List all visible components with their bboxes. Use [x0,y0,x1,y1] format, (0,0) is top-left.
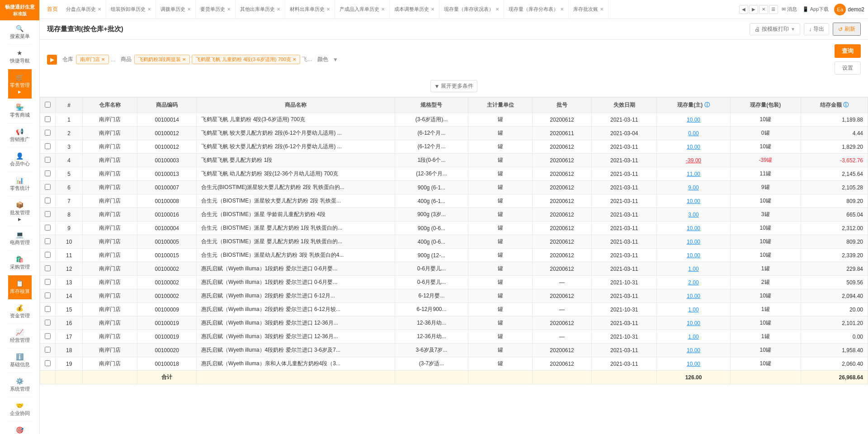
stock-link-4[interactable]: 11.00 [687,171,700,177]
tab-close-2[interactable]: ✕ [187,7,191,12]
stock-link-15[interactable]: 10.00 [687,320,700,326]
topbar-tab-1[interactable]: 组装拆卸单历史✕ [106,0,156,19]
topbar-tab-6[interactable]: 产成品入库单历史✕ [335,0,390,19]
stock-link-7[interactable]: 3.00 [688,212,698,218]
sidebar-item-搜索菜单[interactable]: 🔍搜索菜单 [8,20,32,45]
tab-close-7[interactable]: ✕ [431,7,434,12]
warehouse-tag[interactable]: 南岸门店 ✕ [76,55,109,64]
row-checkbox-4[interactable] [45,170,51,176]
tab-close-9[interactable]: ✕ [560,7,564,12]
sidebar-item-零售统计[interactable]: 📊零售统计 [8,172,32,197]
stock-link-13[interactable]: 10.00 [687,293,700,299]
color-dropdown-arrow[interactable]: ▼ [333,57,338,63]
tab-close-5[interactable]: ✕ [326,7,330,12]
tab-close-3[interactable]: ✕ [227,7,231,12]
tab-close-10[interactable]: ✕ [600,7,604,12]
sidebar-item-会员中心[interactable]: 👤会员中心 [8,148,32,172]
sidebar-item-基础信息[interactable]: ℹ️基础信息 [8,349,32,373]
row-checkbox-5[interactable] [45,184,51,190]
product-tag-1[interactable]: 飞鹤星飞帆 儿童奶粉 4段(3-6岁适用) 700克✕ [192,55,300,64]
sidebar-item-企业协同[interactable]: 🤝企业协同 [8,397,32,422]
stock-link-3[interactable]: -39.00 [686,157,701,164]
topbar-tab-7[interactable]: 成本调整单历史✕ [390,0,439,19]
stock-link-1[interactable]: 0.00 [688,130,698,137]
row-checkbox-9[interactable] [45,238,51,244]
tab-menu-arrow[interactable]: ☰ [769,5,778,14]
topbar-tab-5[interactable]: 材料出库单历史✕ [285,0,335,19]
export-btn[interactable]: ↓ 导出 [804,23,829,35]
sidebar-item-系统管理[interactable]: ⚙️系统管理 [8,373,32,397]
stock-link-0[interactable]: 10.00 [687,117,700,123]
tab-close-4[interactable]: ✕ [277,7,280,12]
row-checkbox-15[interactable] [45,320,51,326]
stock-link-2[interactable]: 10.00 [687,144,700,150]
tab-close-6[interactable]: ✕ [381,7,385,12]
stock-link-18[interactable]: 10.00 [687,361,700,367]
product-tag-0[interactable]: 飞鹤奶粉3段两提装✕ [134,55,190,64]
row-checkbox-13[interactable] [45,292,51,298]
sidebar-item-零售商城[interactable]: 🏪零售商城 [8,99,32,123]
sidebar-item-批发管理[interactable]: 📦批发管理▶ [8,197,32,226]
topbar-tab-4[interactable]: 其他出库单历史✕ [236,0,285,19]
sidebar-item-快捷导航[interactable]: ★快捷导航 [8,45,32,69]
tab-close-0[interactable]: ✕ [98,7,101,12]
sidebar-item-营销推广[interactable]: 📢营销推广 [8,123,32,148]
stock-link-10[interactable]: 10.00 [687,252,700,259]
scroll-container[interactable]: #仓库名称商品编码商品名称规格型号主计量单位批号失效日期现存量(主) ⓘ现存量(… [40,97,868,434]
warehouse-tag-close[interactable]: ✕ [101,57,105,62]
refresh-btn[interactable]: ↺ 刷新 [833,23,861,36]
stock-link-9[interactable]: 10.00 [687,239,700,245]
row-checkbox-3[interactable] [45,157,51,163]
sidebar-item-经营管理[interactable]: 📈经营管理 [8,324,32,349]
app-download-btn[interactable]: 📱 App下载 [802,6,829,13]
topbar-tab-8[interactable]: 现存量（库存状况表）✕ [439,0,504,19]
row-checkbox-8[interactable] [45,225,51,231]
sidebar-item-资金管理[interactable]: 💰资金管理 [8,300,32,324]
product-tag-close-1[interactable]: ✕ [292,57,296,62]
topbar-tab-0[interactable]: 分盘点单历史✕ [61,0,106,19]
row-checkbox-18[interactable] [45,360,51,366]
row-checkbox-14[interactable] [45,306,51,312]
row-checkbox-0[interactable] [45,116,51,122]
row-checkbox-17[interactable] [45,347,51,353]
sidebar-item-新手引导[interactable]: 🎯新手引导 [8,422,32,434]
row-checkbox-2[interactable] [45,143,51,149]
stock-link-11[interactable]: 1.00 [688,266,698,272]
select-all-checkbox[interactable] [45,102,51,108]
tab-close-8[interactable]: ✕ [495,7,499,12]
sidebar-item-采购管理[interactable]: 🛍️采购管理 [8,251,32,275]
stock-link-8[interactable]: 10.00 [687,225,700,231]
product-tag-close-0[interactable]: ✕ [182,57,186,62]
message-btn[interactable]: ✉ 消息 [782,6,797,13]
topbar-tab-9[interactable]: 现存量（库存分布表）✕ [504,0,569,19]
row-checkbox-1[interactable] [45,130,51,136]
sidebar-item-库存核算[interactable]: 📋库存核算 [8,275,32,300]
stock-link-5[interactable]: 9.00 [688,184,698,191]
row-checkbox-16[interactable] [45,333,51,339]
filter-toggle-btn[interactable]: ▶ [47,55,57,65]
template-print-btn[interactable]: 🖨 按模板打印 ▼ [750,23,800,35]
sidebar-item-零售管理[interactable]: 🛒零售管理▶ [8,69,32,99]
stock-link-14[interactable]: 1.00 [688,307,698,313]
row-checkbox-12[interactable] [45,279,51,285]
sidebar-logo[interactable]: 畅捷通好生意 标准版 [0,0,39,20]
expand-more-btn[interactable]: ▼ 展开更多条件 [430,80,478,92]
topbar-tab-2[interactable]: 调拨单历史✕ [156,0,196,19]
home-link[interactable]: 首页 [43,5,61,13]
stock-link-17[interactable]: 10.00 [687,347,700,354]
tab-close-1[interactable]: ✕ [147,7,151,12]
stock-link-12[interactable]: 2.00 [688,279,698,286]
row-checkbox-10[interactable] [45,252,51,258]
stock-link-6[interactable]: 10.00 [687,198,700,204]
sidebar-item-电商管理[interactable]: 💻电商管理 [8,226,32,251]
user-menu[interactable]: Ea demo2 [834,4,864,15]
tab-next-arrow[interactable]: ▶ [749,5,758,14]
row-checkbox-7[interactable] [45,211,51,217]
row-checkbox-11[interactable] [45,265,51,271]
stock-link-16[interactable]: 1.00 [688,334,698,340]
topbar-tab-10[interactable]: 库存批次账✕ [569,0,609,19]
topbar-tab-3[interactable]: 要货单历史✕ [196,0,236,19]
row-checkbox-6[interactable] [45,198,51,203]
query-btn[interactable]: 查询 [835,44,861,58]
setting-btn[interactable]: 设置 [835,61,861,75]
